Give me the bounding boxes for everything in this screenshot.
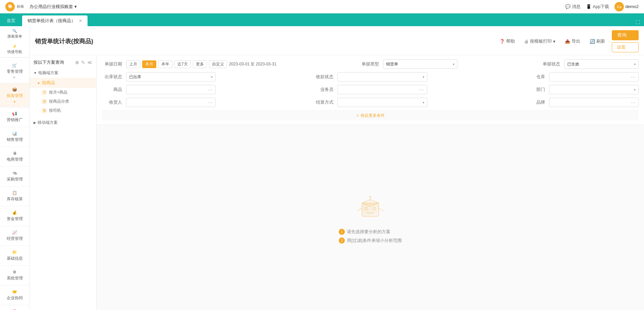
desktop-section-header[interactable]: ▼ 电脑端方案 — [30, 68, 96, 78]
sidebar-item-guide[interactable]: 🎯 新手引导 — [0, 305, 29, 310]
retail-expand-icon: ▶ — [13, 75, 16, 79]
inner-layout: 按以下方案查询 ⊕ ✎ ≪ ▼ 电脑端方案 ● 按商品 — [30, 55, 644, 310]
purchase-icon: 🛍 — [13, 171, 17, 175]
app-download-action[interactable]: 📱 App下载 — [586, 4, 609, 10]
collapse-panel-icon[interactable]: ≪ — [87, 60, 92, 65]
last-7days-btn[interactable]: 近7天 — [174, 60, 191, 68]
sidebar-item-sales[interactable]: 📊 销售管理 — [0, 127, 29, 147]
cashier-icon: 按 — [42, 108, 47, 113]
tab-sales-stat[interactable]: 销货单统计表（按商品） ✕ — [22, 15, 88, 26]
help-label: 帮助 — [506, 38, 515, 44]
settings-button[interactable]: 设置 — [612, 42, 639, 52]
collapse-button[interactable]: ∧ 收起更多条件 — [102, 110, 639, 120]
department-value: ▾ — [549, 85, 639, 94]
sidebar-quicknav[interactable]: ⚡ 快捷导航 — [0, 42, 29, 57]
date-label: 单据日期 — [102, 61, 122, 67]
salesperson-label: 业务员 — [313, 87, 333, 93]
ecommerce-icon: 🖥 — [13, 151, 17, 156]
salesperson-select[interactable]: ··· — [337, 85, 427, 94]
sidebar-item-system[interactable]: ⚙ 系统管理 — [0, 266, 29, 286]
edit-scheme-icon[interactable]: ✎ — [81, 60, 85, 65]
date-range: 2023-03-01 至 2023-03-31 — [229, 61, 276, 67]
empty-illustration — [354, 191, 387, 225]
out-status-text: 已出库 — [129, 74, 211, 80]
filter-bar: 单据日期 上月 本月 本年 近7天 更多 自定义 2023-03-01 至 20… — [97, 55, 644, 125]
wholesale-label: 批发管理 — [7, 93, 23, 99]
filter-by-product[interactable]: ● 按商品 — [30, 78, 96, 88]
payment-status-arrow-icon: ▾ — [423, 75, 424, 79]
brand-select[interactable]: ··· — [549, 98, 639, 107]
sidebar-item-basic[interactable]: 📁 基础信息 — [0, 246, 29, 266]
doc-type-text: 销货单 — [386, 61, 453, 67]
refresh-button[interactable]: 🔄 刷新 — [587, 37, 608, 46]
finance-label: 资金管理 — [7, 216, 23, 222]
settings-label: 设置 — [617, 44, 626, 50]
mobile-section-header[interactable]: ▶ 移动端方案 — [30, 118, 96, 127]
sidebar-item-purchase[interactable]: 🛍 采购管理 — [0, 167, 29, 187]
logo-icon: 畅 — [5, 2, 15, 11]
tab-expand[interactable]: ⛶ — [634, 18, 641, 26]
out-status-value: 已出库 ▾ — [126, 72, 216, 82]
help-button[interactable]: ❓ 帮助 — [497, 37, 518, 46]
filter-by-cashier[interactable]: 按 按司机 — [30, 106, 96, 115]
ecommerce-label: 电商管理 — [7, 157, 23, 162]
user-area[interactable]: Ea demo2 — [614, 2, 639, 11]
system-label: 系统管理 — [7, 275, 23, 281]
brand-dots-icon: ··· — [631, 100, 636, 105]
doc-type-select[interactable]: 销货单 ▾ — [383, 59, 458, 69]
sidebar-item-ecommerce[interactable]: 🖥 电商管理 — [0, 147, 29, 167]
sidebar-search[interactable]: 🔍 搜索菜单 — [0, 26, 29, 42]
template-print-button[interactable]: 🖨 按模板打印 ▾ — [522, 37, 558, 46]
sidebar-item-retail[interactable]: 🛒 零售管理 ▶ — [0, 59, 29, 83]
refresh-icon: 🔄 — [590, 39, 595, 44]
doc-status-arrow-icon: ▾ — [634, 62, 636, 66]
doc-status-select[interactable]: 已生效 ▾ — [564, 59, 639, 69]
tab-close-icon[interactable]: ✕ — [79, 18, 82, 23]
workspace-selector[interactable]: 办公用品行业模拟账套 ▾ — [27, 2, 79, 11]
tab-home[interactable]: 首页 — [1, 15, 21, 26]
print-icon: 🖨 — [524, 39, 529, 44]
add-scheme-icon[interactable]: ⊕ — [75, 60, 79, 65]
query-label: 查询 — [617, 32, 627, 38]
search-icon: 🔍 — [12, 29, 17, 33]
product-dots-icon: ··· — [208, 87, 213, 92]
custom-btn[interactable]: 自定义 — [209, 60, 227, 68]
basic-label: 基础信息 — [7, 256, 23, 261]
current-year-btn[interactable]: 本年 — [158, 60, 172, 68]
sidebar-item-marketing[interactable]: 📢 营销推广 — [0, 107, 29, 127]
department-select[interactable]: ▾ — [549, 85, 639, 94]
settlement-select[interactable]: ▾ — [337, 98, 427, 107]
sidebar-item-finance[interactable]: 💰 资金管理 — [0, 206, 29, 226]
warehouse-select[interactable]: ··· — [549, 72, 639, 82]
operations-icon: 📈 — [12, 230, 17, 235]
finance-icon: 💰 — [12, 210, 17, 215]
system-icon: ⚙ — [13, 270, 16, 274]
sidebar-item-operations[interactable]: 📈 经营管理 — [0, 226, 29, 246]
message-action[interactable]: 💬 消息 — [565, 4, 581, 10]
filter-panel-header: 按以下方案查询 ⊕ ✎ ≪ — [30, 58, 96, 68]
current-month-btn[interactable]: 本月 — [142, 60, 156, 68]
product-select[interactable]: ··· — [126, 85, 216, 94]
sidebar-item-inventory[interactable]: 📋 库存核算 — [0, 187, 29, 206]
out-status-select[interactable]: 已出库 ▾ — [126, 72, 216, 82]
sidebar-item-wholesale[interactable]: 📦 批发管理 ▲ — [0, 83, 29, 107]
more-btn[interactable]: 更多 — [193, 60, 207, 68]
tab-home-label: 首页 — [7, 18, 15, 24]
app-download-label: App下载 — [593, 4, 609, 10]
payment-status-select[interactable]: ▾ — [337, 72, 427, 82]
query-button[interactable]: 查询 — [612, 30, 639, 40]
receiver-select[interactable]: ··· — [126, 98, 216, 107]
sidebar-item-enterprise[interactable]: 🤝 企业协同 — [0, 286, 29, 305]
header-right: 💬 消息 📱 App下载 Ea demo2 — [565, 2, 639, 11]
warehouse-value: ··· — [549, 72, 639, 82]
tab-bar: 首页 销货单统计表（按商品） ✕ ⛶ — [0, 13, 644, 26]
last-month-btn[interactable]: 上月 — [126, 60, 140, 68]
export-button[interactable]: 📤 导出 — [562, 37, 583, 46]
filter-by-month-product[interactable]: 月 按月+商品 — [30, 88, 96, 97]
payment-status-value: ▾ — [337, 72, 427, 82]
svg-point-4 — [369, 196, 371, 198]
by-month-product-label: 按月+商品 — [49, 90, 67, 95]
filter-by-category[interactable]: 按 按商品分类 — [30, 97, 96, 106]
user-name: demo2 — [625, 4, 639, 9]
retail-icon: 🛒 — [12, 63, 17, 68]
